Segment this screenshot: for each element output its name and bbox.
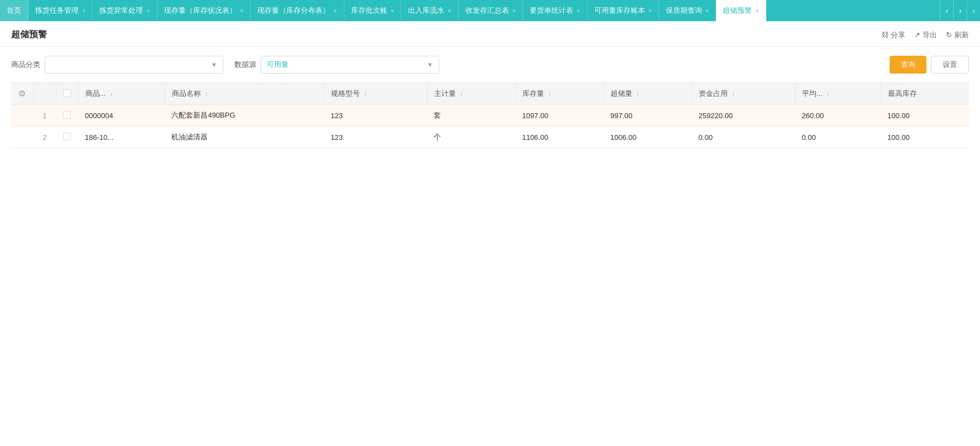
product-category-label: 商品分类 [11,60,40,70]
nav-order-stats[interactable]: 要货单统计表 × [523,0,587,21]
query-button[interactable]: 查询 [890,56,926,74]
row-spec: 123 [324,105,427,127]
nav-pick-exception[interactable]: 拣货异常处理 × [93,0,157,21]
nav-stock-dist[interactable]: 现存量（库存分布表） × [251,0,344,21]
sort-icon[interactable]: ↕ [732,91,735,97]
close-icon[interactable]: × [448,7,451,14]
col-header-checkbox [56,83,78,105]
row-gear [11,105,33,127]
row-max-stock: 100.00 [881,127,969,148]
top-navigation: 首页 拣货任务管理 × 拣货异常处理 × 现存量（库存状况表） × 现存量（库存… [0,0,980,21]
row-avg: 0.00 [795,127,881,148]
row-index: 2 [33,127,56,148]
close-icon[interactable]: × [240,7,243,14]
filter-bar: 商品分类 ▼ 数据源 可用量 ▼ 查询 设置 [0,47,980,83]
page-title: 超储预警 [11,29,47,41]
row-select-checkbox[interactable] [63,111,71,119]
row-overstock: 1006.00 [604,127,692,148]
row-product-code: 0000004 [78,105,165,127]
row-gear [11,127,33,148]
nav-recv-summary[interactable]: 收发存汇总表 × [459,0,523,21]
col-header-unit: 主计量 ↕ [427,83,515,105]
product-category-filter: 商品分类 ▼ [11,56,223,74]
row-product-name: 机油滤清器 [165,127,324,148]
nav-expand-button[interactable]: › [967,0,980,21]
share-icon: ⛓ [881,31,888,39]
close-icon[interactable]: × [146,7,150,14]
table-row: 1 0000004 六配套新昌490BPG 123 套 1097.00 997.… [11,105,969,127]
settings-button[interactable]: 设置 [931,56,969,74]
row-capital: 259220.00 [692,105,795,127]
sort-icon[interactable]: ↕ [460,91,463,97]
col-header-spec: 规格型号 ↕ [324,83,427,105]
data-source-value: 可用量 [267,60,289,70]
page-content: 超储预警 ⛓ 分享 ↗ 导出 ↻ 刷新 商品分类 ▼ 数据源 [0,21,980,446]
nav-home[interactable]: 首页 [0,0,28,21]
row-spec: 123 [324,127,427,148]
col-header-gear: ⚙ [11,83,33,105]
nav-stock-status[interactable]: 现存量（库存状况表） × [157,0,251,21]
data-source-filter: 数据源 可用量 ▼ [234,56,439,74]
close-icon[interactable]: × [755,7,758,14]
data-source-label: 数据源 [234,60,256,70]
sort-icon[interactable]: ↕ [637,91,640,97]
gear-icon[interactable]: ⚙ [18,89,26,98]
select-all-checkbox[interactable] [63,89,71,97]
col-header-overstock: 超储量 ↕ [604,83,692,105]
refresh-button[interactable]: ↻ 刷新 [946,30,969,40]
close-icon[interactable]: × [512,7,516,14]
col-header-avg: 平均... ↕ [795,83,881,105]
table-header-row: ⚙ 商品... ↕ 商品名称 ↕ 规格型号 ↕ 主计量 ↕ 库存量 ↕ 超储量 … [11,83,969,105]
nav-overstock-warning[interactable]: 超储预警 × [716,0,766,21]
sort-icon[interactable]: ↕ [549,91,551,97]
sort-icon[interactable]: ↕ [205,91,208,97]
nav-quality-expire[interactable]: 保质期查询 × [659,0,716,21]
row-product-code: 186-10... [78,127,165,148]
row-capital: 0.00 [692,127,795,148]
sort-icon[interactable]: ↕ [827,91,829,97]
row-select-checkbox[interactable] [63,133,71,140]
share-button[interactable]: ⛓ 分享 [881,30,905,40]
export-button[interactable]: ↗ 导出 [914,30,937,40]
refresh-icon: ↻ [946,31,952,39]
nav-pick-task[interactable]: 拣货任务管理 × [28,0,93,21]
col-header-stock: 库存量 ↕ [515,83,603,105]
col-header-product-name: 商品名称 ↕ [165,83,324,105]
row-avg: 260.00 [795,105,881,127]
row-index: 1 [33,105,56,127]
row-overstock: 997.00 [604,105,692,127]
page-header: 超储预警 ⛓ 分享 ↗ 导出 ↻ 刷新 [0,21,980,47]
nav-available-stock[interactable]: 可用量库存账本 × [588,0,659,21]
row-unit: 个 [427,127,515,148]
close-icon[interactable]: × [648,7,652,14]
close-icon[interactable]: × [333,7,337,14]
product-category-select[interactable]: ▼ [45,56,223,74]
data-source-select[interactable]: 可用量 ▼ [261,56,439,74]
row-checkbox [56,105,78,127]
col-header-capital: 资金占用 ↕ [692,83,795,105]
overstock-table: ⚙ 商品... ↕ 商品名称 ↕ 规格型号 ↕ 主计量 ↕ 库存量 ↕ 超储量 … [11,83,969,148]
sort-icon[interactable]: ↕ [364,91,367,97]
row-unit: 套 [427,105,515,127]
close-icon[interactable]: × [705,7,709,14]
header-actions: ⛓ 分享 ↗ 导出 ↻ 刷新 [881,30,969,40]
chevron-down-icon: ▼ [211,61,217,68]
row-stock: 1097.00 [515,105,603,127]
chevron-down-icon: ▼ [427,61,433,68]
nav-next-button[interactable]: › [953,0,967,21]
row-checkbox [56,127,78,148]
close-icon[interactable]: × [577,7,580,14]
col-header-index [33,83,56,105]
close-icon[interactable]: × [391,7,394,14]
filter-actions: 查询 设置 [890,56,969,74]
sort-icon[interactable]: ↕ [110,91,113,97]
nav-stock-batch[interactable]: 库存批次账 × [344,0,401,21]
nav-inout-flow[interactable]: 出入库流水 × [401,0,458,21]
export-icon: ↗ [914,31,920,39]
nav-prev-button[interactable]: ‹ [940,0,953,21]
row-max-stock: 100.00 [881,105,969,127]
col-header-max-stock: 最高库存 [881,83,969,105]
close-icon[interactable]: × [82,7,85,14]
row-product-name: 六配套新昌490BPG [165,105,324,127]
row-stock: 1106.00 [515,127,603,148]
